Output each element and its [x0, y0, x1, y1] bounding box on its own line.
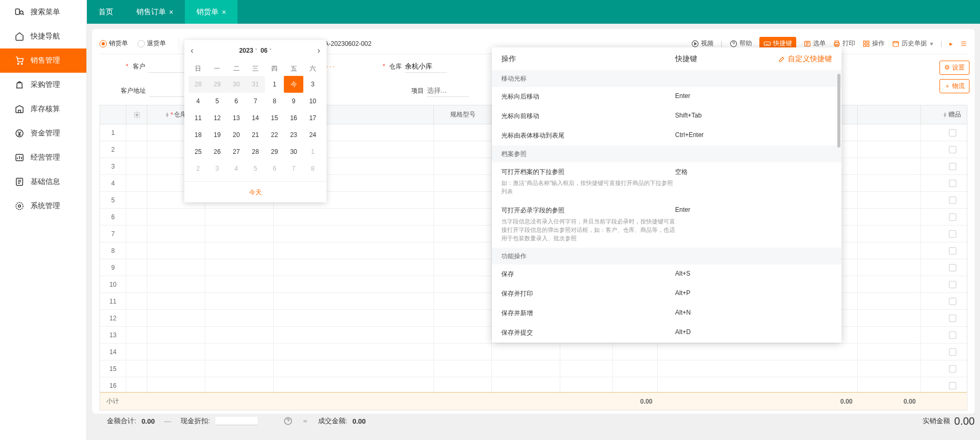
radio-return[interactable]: 退货单	[137, 39, 166, 48]
close-icon[interactable]: ×	[169, 8, 173, 16]
sidebar-item-biz[interactable]: 经营管理	[0, 145, 86, 170]
print-button[interactable]: 打印	[833, 39, 855, 48]
cal-day[interactable]: 7	[246, 93, 265, 110]
cal-day[interactable]: 7	[284, 160, 303, 177]
gift-checkbox[interactable]	[949, 365, 956, 373]
gift-checkbox[interactable]	[949, 213, 956, 221]
cal-day[interactable]: 6	[227, 93, 246, 110]
cal-next[interactable]: ›	[318, 46, 320, 55]
history-button[interactable]: 历史单据▾	[892, 39, 933, 48]
table-row[interactable]: 14	[100, 344, 967, 360]
cal-day[interactable]: 29	[265, 143, 284, 160]
logistics-button[interactable]: ＋ 物流	[939, 79, 969, 93]
settings-button[interactable]: ⚙ 设置	[939, 61, 969, 75]
cal-day[interactable]: 6	[265, 160, 284, 177]
cal-day[interactable]: 5	[207, 93, 226, 110]
discount-input[interactable]	[215, 417, 258, 425]
sidebar-item-money[interactable]: 资金管理	[0, 121, 86, 145]
cal-day[interactable]: 18	[189, 126, 207, 143]
next-icon[interactable]: ▸	[949, 40, 953, 47]
menu-icon[interactable]	[960, 40, 967, 47]
gift-checkbox[interactable]	[949, 163, 956, 170]
warehouse-input[interactable]	[405, 60, 447, 73]
cal-day[interactable]: 13	[227, 110, 246, 126]
cal-day[interactable]: 30	[227, 76, 246, 93]
tab[interactable]: 销售订单×	[125, 0, 185, 24]
sidebar-item-cart[interactable]: 销售管理	[0, 48, 86, 73]
sidebar-item-stock[interactable]: 库存核算	[0, 97, 86, 121]
help-icon[interactable]	[284, 417, 292, 425]
cal-day[interactable]: 3	[303, 76, 322, 93]
cal-day[interactable]: 25	[189, 143, 207, 160]
gift-checkbox[interactable]	[949, 264, 956, 271]
gift-checkbox[interactable]	[949, 197, 956, 204]
gift-checkbox[interactable]	[949, 247, 956, 255]
help-link[interactable]: 帮助	[730, 39, 752, 48]
cal-day[interactable]: 15	[265, 110, 284, 126]
col-spec[interactable]: 规格型号	[434, 105, 492, 124]
cal-day[interactable]: 3	[207, 160, 226, 177]
cal-day[interactable]: 4	[189, 93, 207, 110]
sidebar-item-bag[interactable]: 采购管理	[0, 73, 86, 97]
gift-checkbox[interactable]	[949, 146, 956, 153]
cal-day[interactable]: 10	[303, 93, 322, 110]
cal-day[interactable]: 21	[246, 126, 265, 143]
gift-checkbox[interactable]	[949, 298, 956, 305]
sc-custom[interactable]: 自定义快捷键	[778, 54, 832, 64]
col-gift[interactable]: 赠品	[921, 105, 967, 124]
cal-day[interactable]: 27	[227, 143, 246, 160]
radio-sales[interactable]: 销货单	[100, 39, 128, 48]
cal-day[interactable]: 4	[227, 160, 246, 177]
gift-checkbox[interactable]	[949, 382, 956, 389]
cal-today-button[interactable]: 今天	[184, 181, 326, 202]
cal-day[interactable]: 28	[189, 76, 207, 93]
operate-button[interactable]: 操作	[863, 39, 885, 48]
sidebar-item-info[interactable]: 基础信息	[0, 170, 86, 194]
cal-day[interactable]: 2	[189, 160, 207, 177]
cal-day[interactable]: 28	[246, 143, 265, 160]
gift-checkbox[interactable]	[949, 180, 956, 187]
more-1[interactable]: ···	[326, 63, 336, 70]
cal-day[interactable]: 今	[284, 76, 303, 93]
close-icon[interactable]: ×	[222, 8, 226, 16]
cal-day[interactable]: 29	[207, 76, 226, 93]
cal-day[interactable]: 23	[284, 126, 303, 143]
cal-month[interactable]: 06	[261, 47, 272, 54]
cal-day[interactable]: 11	[189, 110, 207, 126]
h-scrollbar[interactable]	[100, 410, 967, 410]
cal-day[interactable]: 8	[265, 93, 284, 110]
cal-day[interactable]: 30	[284, 143, 303, 160]
cal-day[interactable]: 19	[207, 126, 226, 143]
cal-day[interactable]: 31	[246, 76, 265, 93]
cal-day[interactable]: 1	[303, 143, 322, 160]
sidebar-item-gear[interactable]: 系统管理	[0, 194, 86, 218]
cal-prev[interactable]: ‹	[191, 46, 193, 55]
sidebar-item-search[interactable]: 搜索菜单	[0, 0, 86, 24]
cal-day[interactable]: 8	[303, 160, 322, 177]
project-input[interactable]	[427, 84, 469, 97]
cal-day[interactable]: 9	[284, 93, 303, 110]
video-link[interactable]: 视频	[691, 39, 714, 48]
cal-day[interactable]: 26	[207, 143, 226, 160]
col-settings[interactable]	[126, 105, 147, 124]
cal-day[interactable]: 5	[246, 160, 265, 177]
table-row[interactable]: 15	[100, 360, 967, 377]
cal-day[interactable]: 20	[227, 126, 246, 143]
sidebar-item-home[interactable]: 快捷导航	[0, 24, 86, 48]
cal-day[interactable]: 22	[265, 126, 284, 143]
cal-day[interactable]: 12	[207, 110, 226, 126]
gift-checkbox[interactable]	[949, 331, 956, 339]
cal-day[interactable]: 24	[303, 126, 322, 143]
tab[interactable]: 首页	[87, 0, 125, 24]
cal-day[interactable]: 1	[265, 76, 284, 93]
cal-day[interactable]: 16	[284, 110, 303, 126]
cal-day[interactable]: 17	[303, 110, 322, 126]
gift-checkbox[interactable]	[949, 230, 956, 238]
cal-day[interactable]: 14	[246, 110, 265, 126]
gift-checkbox[interactable]	[949, 129, 956, 136]
gift-checkbox[interactable]	[949, 281, 956, 288]
gift-checkbox[interactable]	[949, 348, 956, 356]
pick-button[interactable]: 选单	[804, 39, 826, 48]
gift-checkbox[interactable]	[949, 315, 956, 322]
tab[interactable]: 销货单×	[185, 0, 237, 24]
